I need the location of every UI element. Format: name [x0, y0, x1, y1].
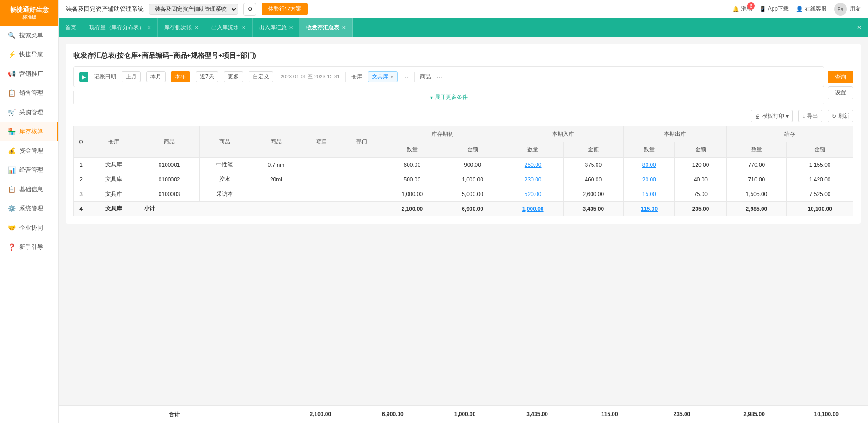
app-download-label: App下载 [768, 5, 789, 13]
finance-icon: 💰 [7, 147, 16, 155]
warehouse-tag: 文具库 × [368, 71, 398, 82]
tab-close-icon[interactable]: × [194, 24, 198, 31]
date-this-year[interactable]: 本年 [171, 71, 190, 82]
print-icon: 🖨 [755, 113, 760, 120]
service-icon: 👤 [796, 6, 803, 12]
tab-inout-summary[interactable]: 出入库汇总 × [253, 18, 300, 37]
th-product-name: 商品 [199, 126, 250, 158]
cell-product-code: 0100001 [139, 158, 199, 172]
sidebar-label: 营销推广 [19, 70, 43, 78]
sales-icon: 📋 [7, 89, 16, 97]
export-button[interactable]: ↓ 导出 [798, 110, 822, 122]
cell-project [302, 187, 342, 202]
sidebar-item-enterprise[interactable]: 🤝 企业协同 [0, 218, 58, 237]
expand-more-conditions[interactable]: ▾ 展开更多条件 [73, 91, 824, 104]
cell-in-amt: 460.00 [563, 172, 624, 187]
cell-balance-qty: 2,985.00 [726, 202, 787, 216]
th-balance-group: 结存 [726, 126, 853, 142]
date-this-month[interactable]: 本月 [146, 71, 166, 82]
tab-close-icon[interactable]: × [342, 24, 346, 31]
cell-out-qty[interactable]: 15.00 [624, 187, 675, 202]
tab-close-icon[interactable]: × [242, 24, 245, 31]
cell-in-qty[interactable]: 250.00 [503, 158, 563, 172]
date-label: 记账日期 [94, 73, 116, 81]
tab-receive-summary[interactable]: 收发存汇总表 × [300, 18, 353, 37]
sidebar-item-system[interactable]: ⚙️ 系统管理 [0, 199, 58, 218]
sidebar-item-marketing[interactable]: 📢 营销推广 [0, 64, 58, 83]
online-service-area[interactable]: 👤 在线客服 [796, 5, 827, 13]
date-custom[interactable]: 自定义 [249, 71, 273, 82]
tab-label: 库存批次账 [164, 24, 192, 32]
query-button[interactable]: 查询 [828, 71, 853, 83]
cell-warehouse: 文具库 [88, 202, 139, 216]
tab-bar-close-button[interactable]: ✕ [850, 18, 868, 37]
date-last-month[interactable]: 上月 [122, 71, 141, 82]
cell-product-spec: 20ml [250, 172, 302, 187]
cell-out-qty[interactable]: 115.00 [624, 202, 675, 216]
cell-in-qty[interactable]: 230.00 [503, 172, 563, 187]
avatar-initials: Ea [837, 6, 843, 12]
filter-collapse-button[interactable]: ▶ [79, 72, 88, 82]
refresh-button[interactable]: ↻ 刷新 [828, 110, 853, 122]
cell-balance-amt: 7,525.00 [787, 187, 853, 202]
sidebar-item-sales[interactable]: 📋 销售管理 [0, 83, 58, 103]
template-print-button[interactable]: 🖨 模板打印 ▾ [751, 110, 793, 122]
cell-out-amt: 40.00 [675, 172, 726, 187]
cell-in-qty[interactable]: 1,000.00 [503, 202, 563, 216]
sidebar-item-quick-nav[interactable]: ⚡ 快捷导航 [0, 45, 58, 64]
cell-rownum: 2 [74, 172, 88, 187]
sidebar-item-purchase[interactable]: 🛒 采购管理 [0, 103, 58, 122]
sidebar-item-guide[interactable]: ❓ 新手引导 [0, 237, 58, 257]
system-selector[interactable]: 装备及固定资产辅助管理系统 [149, 4, 238, 15]
cell-opening-qty: 600.00 [382, 158, 442, 172]
experience-button[interactable]: 体验行业方案 [262, 3, 308, 15]
settings-gear-button[interactable]: ⚙ [243, 3, 256, 16]
product-more[interactable]: ··· [437, 73, 442, 81]
sidebar: 畅捷通好生意 标准版 🔍 搜索菜单 ⚡ 快捷导航 📢 营销推广 📋 销售管理 🛒… [0, 0, 59, 423]
tab-label: 收发存汇总表 [306, 24, 339, 32]
tab-inventory[interactable]: 现存量（库存分布表） × [83, 18, 158, 37]
tab-label: 出入库汇总 [259, 24, 287, 32]
tab-inout-flow[interactable]: 出入库流水 × [205, 18, 252, 37]
sidebar-item-inventory[interactable]: 🏪 库存核算 [0, 122, 58, 141]
notification-area[interactable]: 🔔 消息 6 [732, 5, 752, 13]
avatar: Ea [834, 3, 847, 16]
sidebar-item-search[interactable]: 🔍 搜索菜单 [0, 26, 58, 45]
setting-button[interactable]: 设置 [828, 86, 853, 99]
date-more[interactable]: 更多 [224, 71, 243, 82]
th-warehouse: 仓库 [88, 126, 139, 158]
date-7days[interactable]: 近7天 [196, 71, 218, 82]
divider2 [414, 72, 415, 82]
tab-label: 出入库流水 [211, 24, 239, 32]
cell-opening-amt: 1,000.00 [442, 172, 503, 187]
mobile-icon: 📱 [759, 6, 766, 12]
tab-close-icon[interactable]: × [289, 24, 293, 31]
tab-bar: 首页 现存量（库存分布表） × 库存批次账 × 出入库流水 × 出入库汇总 × … [59, 18, 868, 37]
tab-close-icon[interactable]: × [147, 24, 151, 31]
sidebar-item-finance[interactable]: 💰 资金管理 [0, 141, 58, 160]
th-balance-amt: 金额 [787, 142, 853, 158]
cell-balance-amt: 1,420.00 [787, 172, 853, 187]
cell-product-name: 中性笔 [199, 158, 250, 172]
th-project: 项目 [302, 126, 342, 158]
sidebar-item-base-info[interactable]: 📋 基础信息 [0, 180, 58, 199]
cell-opening-qty: 1,000.00 [382, 187, 442, 202]
table-row: 1 文具库 0100001 中性笔 0.7mm 600.00 900.00 25… [74, 158, 853, 172]
user-area[interactable]: Ea 用友 [834, 3, 861, 16]
cell-in-qty[interactable]: 520.00 [503, 187, 563, 202]
cell-out-qty[interactable]: 80.00 [624, 158, 675, 172]
app-download-area[interactable]: 📱 App下载 [759, 5, 789, 13]
tab-batch[interactable]: 库存批次账 × [158, 18, 205, 37]
cell-opening-qty: 2,100.00 [382, 202, 442, 216]
footer-out-qty: 115.00 [574, 409, 646, 419]
cell-rownum: 4 [74, 202, 88, 216]
warehouse-more[interactable]: ··· [403, 73, 409, 81]
tab-home[interactable]: 首页 [59, 18, 83, 37]
print-label: 模板打印 [762, 112, 784, 120]
sidebar-label: 销售管理 [19, 89, 43, 97]
footer-opening-amt: 6,900.00 [357, 409, 429, 419]
cell-in-amt: 2,600.00 [563, 187, 624, 202]
cell-out-qty[interactable]: 20.00 [624, 172, 675, 187]
sidebar-item-business[interactable]: 📊 经营管理 [0, 160, 58, 180]
warehouse-tag-close[interactable]: × [390, 74, 393, 80]
